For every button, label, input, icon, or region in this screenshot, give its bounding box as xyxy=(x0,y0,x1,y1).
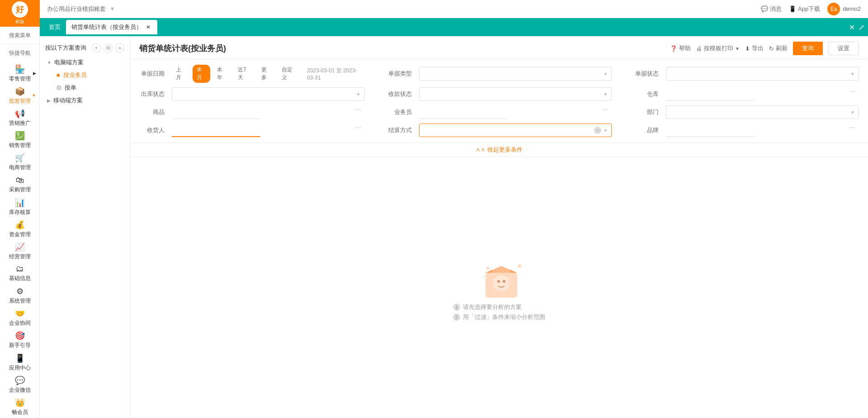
tree-by-salesperson[interactable]: ● 按业务员 xyxy=(52,69,130,81)
close-tab-icon[interactable]: ✕ xyxy=(145,24,152,31)
sidebar-item-label: 畅会员 xyxy=(12,408,28,416)
sidebar-item-apps[interactable]: 📱 应用中心 xyxy=(0,351,40,373)
warehouse-input[interactable] xyxy=(666,87,755,101)
by-salesperson-label: 按业务员 xyxy=(63,71,87,79)
doc-status-control: ▼ xyxy=(666,67,859,81)
tree-mobile[interactable]: ▶ 移动端方案 xyxy=(40,94,130,107)
date-custom[interactable]: 自定义 xyxy=(278,65,301,83)
svg-point-2 xyxy=(497,280,500,283)
consignee-dots-icon[interactable]: ··· xyxy=(355,124,361,132)
warehouse-dots-icon[interactable]: ··· xyxy=(849,87,855,95)
tab-home-label: 首页 xyxy=(49,23,61,31)
product-dots-icon[interactable]: ··· xyxy=(355,105,361,114)
sidebar-item-collab[interactable]: 🤝 企业协同 xyxy=(0,307,40,329)
print-btn[interactable]: 🖨 按模板打印 ▼ xyxy=(696,44,740,52)
date-this-month[interactable]: 本月 xyxy=(193,65,211,83)
export-icon: ⬇ xyxy=(745,45,750,52)
brand-input[interactable] xyxy=(666,124,755,137)
product-input[interactable] xyxy=(172,105,260,119)
collapse-more-btn[interactable]: ∧∧ 收起更多条件 xyxy=(130,143,868,157)
quick-nav[interactable]: 快捷导航 xyxy=(0,44,40,62)
apps-icon: 📱 xyxy=(15,353,25,363)
tree-desktop[interactable]: ▼ 电脑端方案 xyxy=(40,56,130,69)
expand-icon: ▼ xyxy=(47,60,52,65)
query-button[interactable]: 查询 xyxy=(793,42,823,55)
page-header-actions: ❓ 帮助 🖨 按模板打印 ▼ ⬇ 导出 ↻ xyxy=(670,42,859,55)
app-download-btn[interactable]: 📱 App下载 xyxy=(789,5,820,13)
add-scheme-btn[interactable]: + xyxy=(92,43,101,52)
search-menu[interactable]: 搜索菜单 xyxy=(0,27,40,44)
help-btn[interactable]: ❓ 帮助 xyxy=(670,44,691,52)
sidebar-item-purchase[interactable]: 🛍 采购管理 xyxy=(0,173,40,195)
sidebar-item-ecommerce[interactable]: 🛒 电商管理 xyxy=(0,151,40,173)
brand-dots-icon[interactable]: ··· xyxy=(849,124,855,132)
out-status-select[interactable]: ▼ xyxy=(172,87,365,101)
sidebar-item-label: 新手引导 xyxy=(9,342,31,349)
export-btn[interactable]: ⬇ 导出 xyxy=(745,44,764,52)
salesperson-input[interactable] xyxy=(419,105,508,119)
collab-icon: 🤝 xyxy=(15,309,25,318)
salesperson-label: 业务员 xyxy=(387,108,412,116)
sidebar-item-operation[interactable]: 📈 经营管理 xyxy=(0,240,40,262)
scheme-tree: ▼ 电脑端方案 ● 按业务员 ⚙ 按单 ▶ 移动端方案 xyxy=(40,54,130,109)
date-last-7[interactable]: 近7天 xyxy=(234,65,255,83)
setting-scheme-btn[interactable]: ⚙ xyxy=(104,43,113,52)
settlement-select[interactable]: × ▼ xyxy=(419,124,612,137)
tab-sales-stat[interactable]: 销货单统计表（按业务员） ✕ xyxy=(66,20,157,34)
member-icon: 👑 xyxy=(15,398,25,408)
sidebar-item-sales[interactable]: 💹 销售管理 xyxy=(0,129,40,151)
breadcrumb-expand-icon[interactable]: ▼ xyxy=(109,5,115,12)
payment-status-select[interactable]: ▼ xyxy=(419,87,612,101)
settlement-clear-btn[interactable]: × xyxy=(594,127,601,134)
reset-button[interactable]: 设置 xyxy=(828,42,859,55)
department-label: 部门 xyxy=(633,108,659,116)
tree-by-order[interactable]: ⚙ 按单 xyxy=(52,81,130,94)
settlement-arrow: ▼ xyxy=(603,128,608,133)
consignee-input[interactable] xyxy=(172,124,260,137)
sidebar-item-finance[interactable]: 💰 资金管理 xyxy=(0,218,40,240)
app-logo: 好 标版 xyxy=(0,0,40,27)
sidebar-item-marketing[interactable]: 📢 营销推广 xyxy=(0,107,40,129)
refresh-btn[interactable]: ↻ 刷新 xyxy=(769,44,788,52)
message-btn[interactable]: 💬 消息 xyxy=(761,5,782,13)
sidebar-item-newbie[interactable]: 🎯 新手引导 xyxy=(0,329,40,351)
doc-type-label: 单据类型 xyxy=(387,70,412,78)
newbie-icon: 🎯 xyxy=(15,331,25,341)
system-icon: ⚙ xyxy=(16,286,24,296)
sidebar-item-inventory[interactable]: 📊 库存核算 xyxy=(0,195,40,218)
message-icon: 💬 xyxy=(761,5,768,12)
basic-icon: 🗂 xyxy=(16,264,24,274)
download-icon: 📱 xyxy=(789,5,796,12)
sidebar-item-wechat[interactable]: 💬 企业微信 xyxy=(0,374,40,396)
date-this-year[interactable]: 本年 xyxy=(213,65,231,83)
tab-home[interactable]: 首页 xyxy=(43,20,66,34)
sidebar-item-wholesale[interactable]: 📦 批发管理 ▼ xyxy=(0,85,40,107)
svg-point-1 xyxy=(493,275,509,291)
close-all-tabs-icon[interactable]: ✕ xyxy=(849,23,855,32)
date-more[interactable]: 更多 xyxy=(257,65,275,83)
warehouse-label: 仓库 xyxy=(633,90,659,98)
sidebar-item-basic[interactable]: 🗂 基础信息 xyxy=(0,262,40,285)
svg-point-3 xyxy=(503,280,505,283)
top-header: 办公用品行业模拟账套 ▼ 💬 消息 📱 App下载 Ea demo2 xyxy=(40,0,868,18)
user-area[interactable]: Ea demo2 xyxy=(827,3,861,15)
logo-icon: 好 xyxy=(12,1,28,18)
finance-icon: 💰 xyxy=(15,220,25,230)
salesperson-dots-icon[interactable]: ··· xyxy=(602,105,608,114)
collapse-panel-btn[interactable]: « xyxy=(115,43,124,52)
sidebar-item-retail[interactable]: 🏪 零售管理 ▶ xyxy=(0,62,40,85)
date-last-month[interactable]: 上月 xyxy=(172,65,190,83)
expand-right-icon: ▶ xyxy=(47,98,51,103)
salesperson-control: ··· xyxy=(419,105,612,119)
sidebar-item-label: 经营管理 xyxy=(9,253,31,261)
tip-num-2: 2 xyxy=(453,314,460,321)
sidebar-item-system[interactable]: ⚙ 系统管理 xyxy=(0,285,40,307)
filter-area: 单据日期 上月 本月 本年 近7天 更多 自定义 2023-03-01 至 20… xyxy=(130,59,868,143)
expand-icon[interactable]: ⤢ xyxy=(859,23,864,32)
department-select[interactable]: ▼ xyxy=(666,105,859,119)
logo-text: 标版 xyxy=(15,19,24,25)
doc-status-select[interactable]: ▼ xyxy=(666,67,859,81)
page-title: 销货单统计表(按业务员) xyxy=(139,43,226,54)
doc-type-select[interactable]: ▼ xyxy=(419,67,612,81)
sidebar-item-member[interactable]: 👑 畅会员 xyxy=(0,396,40,418)
